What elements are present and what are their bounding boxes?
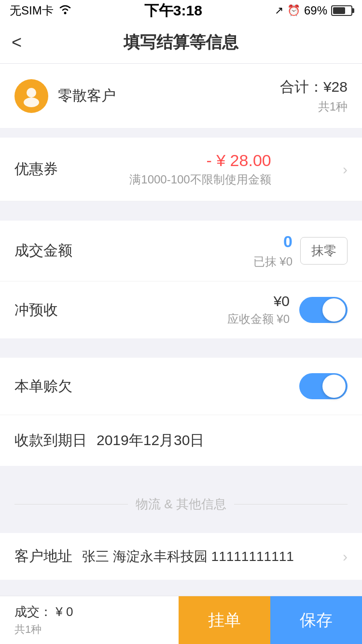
customer-card: 零散客户 合计：¥28 共1种: [0, 64, 362, 128]
bottom-bar: 成交： ¥ 0 共1种 挂单 保存: [0, 596, 362, 644]
precollect-label: 冲预收: [14, 300, 58, 320]
transaction-label: 成交金额: [14, 241, 72, 261]
total-count: 共1种: [280, 99, 348, 114]
coupon-label: 优惠券: [14, 159, 58, 179]
section-gap-4: [0, 523, 362, 533]
back-button[interactable]: <: [12, 32, 22, 53]
bottom-transaction-value: ¥ 0: [56, 604, 73, 619]
section-gap-1: [0, 211, 362, 221]
nav-bar: < 填写结算等信息: [0, 21, 362, 64]
customer-right: 合计：¥28 共1种: [280, 77, 348, 114]
precollect-right: ¥0 应收金额 ¥0: [227, 293, 348, 327]
due-date-value: 2019年12月30日: [97, 431, 204, 450]
location-icon: ↗: [275, 4, 283, 17]
status-left: 无SIM卡: [10, 3, 72, 18]
coupon-card: 优惠券 - ¥ 28.00 满1000-100不限制使用金额 ›: [0, 138, 362, 201]
svg-point-0: [64, 12, 66, 14]
status-bar: 无SIM卡 下午3:18 ↗ ⏰ 69%: [0, 0, 362, 21]
debit-toggle[interactable]: [299, 373, 348, 399]
rounded-label: 已抹 ¥0: [253, 254, 292, 269]
transaction-value[interactable]: 0: [283, 232, 292, 251]
section-gap-2: [0, 348, 362, 358]
main-content: 零散客户 合计：¥28 共1种 优惠券 - ¥ 28.00 满1000-100不…: [0, 64, 362, 638]
coupon-right: - ¥ 28.00 满1000-100不限制使用金额: [129, 151, 271, 187]
round-button[interactable]: 抹零: [300, 237, 348, 265]
address-chevron-icon: ›: [343, 548, 348, 565]
coupon-chevron-icon: ›: [343, 161, 348, 178]
logistics-label: 物流 & 其他信息: [136, 496, 226, 513]
customer-row: 零散客户 合计：¥28 共1种: [0, 64, 362, 128]
address-row[interactable]: 客户地址 张三 海淀永丰科技园 11111111111 ›: [0, 533, 362, 580]
due-date-label: 收款到期日: [14, 431, 87, 450]
bottom-transaction-label: 成交：: [14, 604, 52, 619]
status-right: ↗ ⏰ 69%: [275, 4, 352, 17]
avatar: [14, 79, 48, 113]
wifi-icon: [58, 4, 72, 17]
customer-name: 零散客户: [58, 86, 116, 106]
bottom-transaction: 成交： ¥ 0: [14, 603, 164, 620]
precollect-toggle[interactable]: [299, 297, 348, 323]
page-title: 填写结算等信息: [124, 31, 238, 54]
precollect-row: 冲预收 ¥0 应收金额 ¥0: [0, 281, 362, 338]
transaction-card: 成交金额 0 已抹 ¥0 抹零 冲预收 ¥0 应收金额 ¥0: [0, 221, 362, 338]
customer-left: 零散客户: [14, 79, 116, 113]
transaction-right: 0 已抹 ¥0 抹零: [253, 232, 348, 269]
debit-label: 本单赊欠: [14, 377, 72, 396]
save-button[interactable]: 保存: [270, 596, 362, 644]
svg-point-1: [27, 88, 36, 98]
toggle-knob: [322, 298, 346, 322]
section-gap-3: [0, 476, 362, 485]
coupon-amount: - ¥ 28.00: [129, 151, 271, 170]
precollect-main: ¥0: [227, 293, 290, 309]
battery-icon: [331, 5, 352, 16]
alarm-icon: ⏰: [287, 4, 300, 17]
bottom-info: 成交： ¥ 0 共1种: [0, 603, 179, 637]
transaction-row: 成交金额 0 已抹 ¥0 抹零: [0, 221, 362, 281]
debit-card: 本单赊欠 收款到期日 2019年12月30日: [0, 358, 362, 466]
status-time: 下午3:18: [144, 1, 202, 21]
address-label: 客户地址: [14, 546, 72, 566]
logistics-divider: 物流 & 其他信息: [0, 485, 362, 523]
address-card: 客户地址 张三 海淀永丰科技园 11111111111 ›: [0, 533, 362, 580]
address-value: 张三 海淀永丰科技园 11111111111: [82, 547, 343, 566]
hold-button[interactable]: 挂单: [179, 596, 270, 644]
bottom-count: 共1种: [14, 622, 164, 637]
svg-point-2: [24, 98, 39, 107]
debit-row: 本单赊欠: [0, 358, 362, 415]
precollect-amounts: ¥0 应收金额 ¥0: [227, 293, 290, 327]
amount-input-area: 0 已抹 ¥0: [253, 232, 292, 269]
logistics-line: 物流 & 其他信息: [0, 496, 362, 513]
coupon-row[interactable]: 优惠券 - ¥ 28.00 满1000-100不限制使用金额 ›: [0, 138, 362, 201]
total-price: 合计：¥28: [280, 77, 348, 97]
due-date-row: 收款到期日 2019年12月30日: [0, 415, 362, 466]
network-label: 无SIM卡: [10, 3, 54, 18]
precollect-sub: 应收金额 ¥0: [227, 311, 290, 327]
debit-toggle-knob: [322, 375, 346, 398]
coupon-desc: 满1000-100不限制使用金额: [129, 172, 271, 187]
battery-percent: 69%: [304, 4, 327, 17]
